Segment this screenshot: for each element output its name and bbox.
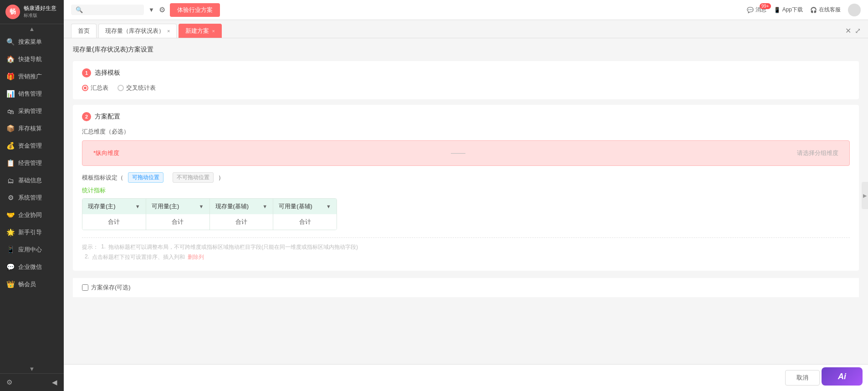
sidebar-item-newbie[interactable]: 🌟 新手引导: [0, 224, 64, 241]
sidebar-item-purchase[interactable]: 🛍 采购管理: [0, 103, 64, 120]
summary-dimension-label: 汇总维度（必选）: [82, 128, 850, 136]
col1-header[interactable]: 现存量(主) ▼: [82, 199, 146, 214]
sidebar-item-label: 快捷导航: [18, 55, 42, 63]
col4-body: 合计: [273, 214, 337, 230]
message-action[interactable]: 💬 消息 99+: [747, 6, 766, 14]
save-checkbox[interactable]: [82, 284, 88, 291]
logo-text: 畅康通好生意 标准版: [24, 5, 56, 19]
draggable-badge: 可拖动位置: [128, 172, 163, 183]
search-box: 🔍: [71, 5, 144, 15]
sidebar-item-operations[interactable]: 📋 经营管理: [0, 154, 64, 172]
logo-icon: 畅: [5, 5, 20, 19]
top-bar: 🔍 ▼ ⚙ 体验行业方案 💬 消息 99+ 📱 App下载 🎧 在线客服: [64, 0, 868, 20]
customer-service-action[interactable]: 🎧 在线客服: [810, 6, 841, 14]
col3-label: 现存量(基辅): [215, 202, 249, 211]
basic-info-icon: 🗂: [6, 176, 15, 185]
sidebar-item-basic-info[interactable]: 🗂 基础信息: [0, 172, 64, 189]
section1-header: 1 选择模板: [82, 68, 850, 77]
tip2-index-num: 2.: [85, 253, 89, 261]
tab-bar: 首页 现存量（库存状况表） × 新建方案 × ✕ ⤢: [64, 20, 868, 38]
tip2-prefix: 点击标题栏下拉可设置排序、插入列和: [92, 253, 185, 261]
col4-header[interactable]: 可用量(基辅) ▼: [273, 199, 337, 214]
customer-service-label: 在线客服: [819, 6, 841, 14]
sidebar-item-inventory[interactable]: 📦 库存核算: [0, 120, 64, 137]
template-radio-group: 汇总表 交叉统计表: [82, 84, 850, 92]
dimension-separator: ——: [127, 149, 790, 157]
stats-section-title: 统计指标: [82, 186, 850, 195]
member-icon: 👑: [6, 280, 15, 288]
tab-home[interactable]: 首页: [71, 24, 97, 38]
sidebar-item-finance[interactable]: 💰 资金管理: [0, 137, 64, 154]
col3-header[interactable]: 现存量(基辅) ▼: [210, 199, 274, 214]
sidebar-item-system[interactable]: ⚙ 系统管理: [0, 189, 64, 206]
sidebar-item-label: 新手引导: [18, 228, 42, 237]
marketing-icon: 🎁: [6, 72, 15, 81]
user-avatar[interactable]: [848, 4, 861, 16]
tab-inventory-status[interactable]: 现存量（库存状况表） ×: [98, 24, 177, 38]
search-menu-icon: 🔍: [6, 38, 15, 46]
sidebar-item-app-center[interactable]: 📱 应用中心: [0, 241, 64, 258]
sidebar-settings-icon[interactable]: ⚙: [6, 378, 12, 386]
top-bar-left: 🔍 ▼ ⚙ 体验行业方案: [71, 3, 220, 17]
content-area: 现存量(库存状况表)方案设置 1 选择模板 汇总表 交叉统计表 2: [64, 38, 868, 364]
sidebar-help-icon[interactable]: ◀: [52, 378, 57, 386]
col2-chevron-icon[interactable]: ▼: [199, 204, 204, 209]
search-input[interactable]: [86, 7, 140, 13]
col2-header[interactable]: 可用量(主) ▼: [146, 199, 210, 214]
radio-summary[interactable]: 汇总表: [82, 84, 108, 92]
sidebar-item-label: 营销推广: [18, 72, 42, 81]
enterprise-icon: 🤝: [6, 211, 15, 219]
metrics-closing: ）: [218, 174, 224, 182]
sidebar-item-enterprise[interactable]: 🤝 企业协同: [0, 206, 64, 224]
sidebar-item-label: 搜索菜单: [18, 38, 42, 46]
window-close-icon[interactable]: ✕: [845, 26, 851, 35]
sidebar-item-quick-nav[interactable]: 🏠 快捷导航: [0, 51, 64, 68]
right-collapse-handle[interactable]: ▶: [862, 182, 868, 209]
sidebar-item-wechat[interactable]: 💬 企业微信: [0, 258, 64, 276]
logo-title: 畅康通好生意: [24, 5, 56, 12]
sidebar: 畅 畅康通好生意 标准版 ▲ 🔍 搜索菜单 🏠 快捷导航 🎁 营销推广 📊 销售…: [0, 0, 64, 391]
sidebar-item-label: 库存核算: [18, 124, 42, 133]
radio-cross[interactable]: 交叉统计表: [117, 84, 156, 92]
sidebar-item-label: 企业协同: [18, 211, 42, 219]
save-option-row: 方案保存(可选): [73, 278, 859, 297]
col2-body: 合计: [146, 214, 210, 230]
col4-chevron-icon[interactable]: ▼: [326, 204, 331, 209]
app-download-icon: 📱: [774, 7, 781, 13]
sidebar-scroll-down[interactable]: ▼: [0, 364, 64, 373]
ai-badge[interactable]: Ai: [822, 367, 863, 386]
customer-service-icon: 🎧: [810, 7, 817, 13]
stats-table: 现存量(主) ▼ 可用量(主) ▼ 现存量(基辅) ▼ 可用量(基辅) ▼: [82, 198, 337, 230]
sidebar-item-label: 基础信息: [18, 176, 42, 185]
sidebar-item-marketing[interactable]: 🎁 营销推广: [0, 68, 64, 85]
topbar-dropdown-icon[interactable]: ▼: [148, 6, 154, 13]
radio-cross-circle: [117, 85, 124, 91]
section-choose-template: 1 选择模板 汇总表 交叉统计表: [73, 61, 859, 99]
radio-summary-label: 汇总表: [91, 84, 108, 92]
sidebar-item-sales[interactable]: 📊 销售管理: [0, 85, 64, 103]
app-download-action[interactable]: 📱 App下载: [774, 6, 803, 14]
window-expand-icon[interactable]: ⤢: [855, 26, 861, 35]
sidebar-item-label: 应用中心: [18, 246, 42, 254]
tab-new-plan-close-icon[interactable]: ×: [212, 28, 214, 34]
page-title: 现存量(库存状况表)方案设置: [73, 46, 859, 54]
app-center-icon: 📱: [6, 246, 15, 254]
sidebar-item-label: 系统管理: [18, 194, 42, 202]
trial-button[interactable]: 体验行业方案: [170, 3, 220, 17]
tab-new-plan[interactable]: 新建方案 ×: [179, 24, 221, 38]
cancel-button[interactable]: 取消: [785, 370, 820, 386]
tab-inventory-label: 现存量（库存状况表）: [105, 27, 164, 35]
sidebar-item-member[interactable]: 👑 畅会员: [0, 276, 64, 293]
section2-title: 方案配置: [95, 113, 120, 121]
window-controls: ✕ ⤢: [845, 26, 861, 35]
sidebar-item-search-menu[interactable]: 🔍 搜索菜单: [0, 33, 64, 51]
operations-icon: 📋: [6, 159, 15, 167]
col3-chevron-icon[interactable]: ▼: [262, 204, 267, 209]
dimension-row[interactable]: *纵向维度 —— 请选择分组维度: [82, 140, 850, 166]
sidebar-scroll-up[interactable]: ▲: [0, 24, 64, 33]
tab-inventory-close-icon[interactable]: ×: [167, 28, 170, 34]
quick-nav-icon: 🏠: [6, 55, 15, 63]
col1-chevron-icon[interactable]: ▼: [135, 204, 140, 209]
topbar-settings-icon[interactable]: ⚙: [159, 5, 165, 14]
tip1-text: 1.: [101, 243, 106, 251]
